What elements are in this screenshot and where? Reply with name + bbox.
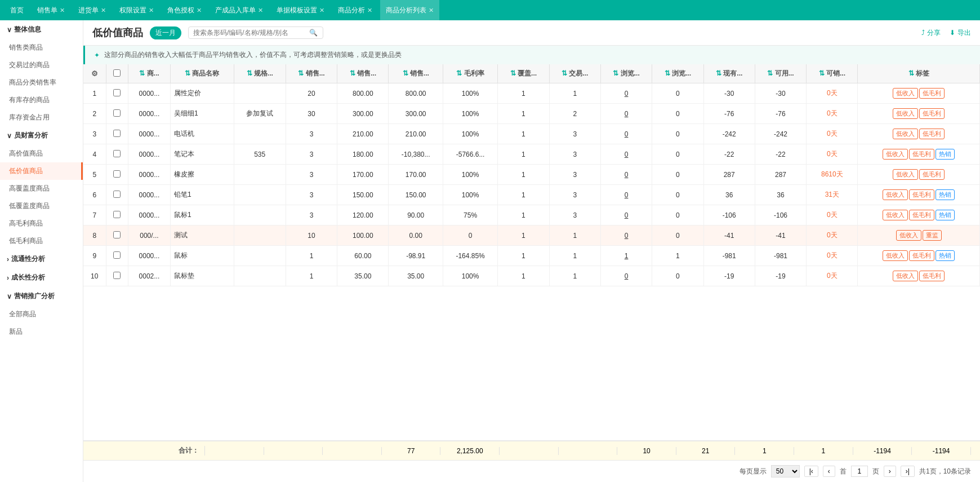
row-checkbox[interactable] xyxy=(113,211,121,218)
cell-checkbox[interactable] xyxy=(106,165,128,185)
cell-checkbox[interactable] xyxy=(106,246,128,266)
sort-icon10[interactable]: ⇅ xyxy=(613,69,618,77)
nav-product-warehouse[interactable]: 产成品入库单 ✕ xyxy=(210,0,269,20)
sidebar-item-sales-products[interactable]: 销售类商品 xyxy=(0,39,83,56)
browse1-link[interactable]: 0 xyxy=(625,110,629,118)
sidebar-item-low-coverage[interactable]: 低覆盖度商品 xyxy=(0,197,83,215)
cell-checkbox[interactable] xyxy=(106,225,128,246)
nav-product-warehouse-close[interactable]: ✕ xyxy=(258,7,263,14)
period-button[interactable]: 近一月 xyxy=(150,26,181,39)
sidebar-section-growth[interactable]: › 成长性分析 xyxy=(0,268,83,287)
nav-role[interactable]: 角色授权 ✕ xyxy=(162,0,207,20)
sidebar-item-stock-capital[interactable]: 库存资金占用 xyxy=(0,109,83,126)
nav-home[interactable]: 首页 xyxy=(5,0,29,20)
select-all-checkbox[interactable] xyxy=(113,69,121,77)
cell-browse1[interactable]: 0 xyxy=(600,205,652,225)
nav-template-close[interactable]: ✕ xyxy=(319,7,324,14)
sidebar-item-high-coverage[interactable]: 高覆盖度商品 xyxy=(0,180,83,197)
cell-browse1[interactable]: 0 xyxy=(600,165,652,185)
browse1-link[interactable]: 0 xyxy=(625,191,629,199)
first-page-button[interactable]: |‹ xyxy=(804,466,818,477)
sort-icon5[interactable]: ⇅ xyxy=(350,69,355,77)
row-checkbox[interactable] xyxy=(113,251,121,259)
cell-checkbox[interactable] xyxy=(106,205,128,225)
browse1-link[interactable]: 1 xyxy=(625,252,629,260)
sort-icon7[interactable]: ⇅ xyxy=(456,69,462,77)
sidebar-item-high-value[interactable]: 高价值商品 xyxy=(0,145,83,162)
nav-product-analysis-close[interactable]: ✕ xyxy=(367,7,372,14)
browse1-link[interactable]: 0 xyxy=(625,232,629,240)
sort-icon11[interactable]: ⇅ xyxy=(665,69,670,77)
nav-purchase[interactable]: 进货单 ✕ xyxy=(73,0,112,20)
cell-browse1[interactable]: 1 xyxy=(600,246,652,266)
sidebar-item-traded-products[interactable]: 交易过的商品 xyxy=(0,56,83,74)
row-checkbox[interactable] xyxy=(113,130,121,137)
prev-page-button[interactable]: ‹ xyxy=(823,466,835,477)
browse1-link[interactable]: 0 xyxy=(625,211,629,219)
sort-icon4[interactable]: ⇅ xyxy=(298,69,304,77)
browse1-link[interactable]: 0 xyxy=(625,171,629,179)
nav-sales[interactable]: 销售单 ✕ xyxy=(32,0,70,20)
sidebar-item-all-products[interactable]: 全部商品 xyxy=(0,306,83,323)
cell-browse1[interactable]: 0 xyxy=(600,225,652,246)
row-checkbox[interactable] xyxy=(113,109,121,117)
sort-icon6[interactable]: ⇅ xyxy=(403,69,408,77)
sort-icon[interactable]: ⇅ xyxy=(139,69,145,77)
row-checkbox[interactable] xyxy=(113,150,121,157)
export-button[interactable]: ⬇ 导出 xyxy=(950,28,971,38)
cell-browse1[interactable]: 0 xyxy=(600,83,652,104)
last-page-button[interactable]: ›| xyxy=(901,466,915,477)
nav-role-close[interactable]: ✕ xyxy=(197,7,202,14)
settings-icon[interactable]: ⚙ xyxy=(91,69,98,78)
sort-icon2[interactable]: ⇅ xyxy=(185,69,190,77)
per-page-select[interactable]: 50 100 200 xyxy=(771,465,800,477)
cell-browse1[interactable]: 0 xyxy=(600,124,652,144)
search-input[interactable] xyxy=(193,29,306,37)
sidebar-section-marketing[interactable]: ∨ 营销推广分析 xyxy=(0,287,83,306)
nav-purchase-close[interactable]: ✕ xyxy=(101,7,106,14)
cell-browse1[interactable]: 0 xyxy=(600,266,652,286)
cell-checkbox[interactable] xyxy=(106,266,128,286)
col-checkbox[interactable] xyxy=(106,64,128,83)
nav-permission-close[interactable]: ✕ xyxy=(149,7,154,14)
sort-icon14[interactable]: ⇅ xyxy=(819,69,825,77)
page-input[interactable] xyxy=(851,466,868,477)
cell-browse1[interactable]: 0 xyxy=(600,185,652,205)
row-checkbox[interactable] xyxy=(113,170,121,178)
search-icon[interactable]: 🔍 xyxy=(309,29,318,37)
cell-browse1[interactable]: 0 xyxy=(600,144,652,165)
sidebar-section-employee-wealth[interactable]: ∨ 员财富分析 xyxy=(0,126,83,145)
sort-icon9[interactable]: ⇅ xyxy=(562,69,567,77)
cell-checkbox[interactable] xyxy=(106,144,128,165)
sidebar-item-new-products[interactable]: 新品 xyxy=(0,323,83,341)
nav-template[interactable]: 单据模板设置 ✕ xyxy=(271,0,330,20)
row-checkbox[interactable] xyxy=(113,231,121,238)
sidebar-section-flow[interactable]: › 流通性分析 xyxy=(0,250,83,268)
col-settings[interactable]: ⚙ xyxy=(83,64,106,83)
cell-browse1[interactable]: 0 xyxy=(600,104,652,124)
nav-product-analysis[interactable]: 商品分析 ✕ xyxy=(332,0,378,20)
sidebar-item-low-gross[interactable]: 低毛利商品 xyxy=(0,232,83,250)
nav-permission[interactable]: 权限设置 ✕ xyxy=(114,0,159,20)
row-checkbox[interactable] xyxy=(113,191,121,198)
sort-icon3[interactable]: ⇅ xyxy=(247,69,252,77)
sidebar-item-high-gross[interactable]: 高毛利商品 xyxy=(0,215,83,232)
sidebar-section-general[interactable]: ∨ 整体信息 xyxy=(0,20,83,39)
browse1-link[interactable]: 0 xyxy=(625,151,629,158)
row-checkbox[interactable] xyxy=(113,89,121,96)
share-button[interactable]: ⤴ 分享 xyxy=(921,28,941,38)
sort-icon13[interactable]: ⇅ xyxy=(767,69,773,77)
cell-checkbox[interactable] xyxy=(106,83,128,104)
cell-checkbox[interactable] xyxy=(106,124,128,144)
sidebar-item-stocked-products[interactable]: 有库存的商品 xyxy=(0,91,83,109)
browse1-link[interactable]: 0 xyxy=(625,272,629,280)
browse1-link[interactable]: 0 xyxy=(625,90,629,98)
sidebar-item-category-sales-rate[interactable]: 商品分类销售率 xyxy=(0,74,83,91)
nav-product-analysis-list-close[interactable]: ✕ xyxy=(429,7,434,14)
nav-product-analysis-list[interactable]: 商品分析列表 ✕ xyxy=(380,0,439,20)
sidebar-item-low-value[interactable]: 低价值商品 xyxy=(0,162,83,180)
cell-checkbox[interactable] xyxy=(106,185,128,205)
nav-sales-close[interactable]: ✕ xyxy=(60,7,65,14)
sort-icon12[interactable]: ⇅ xyxy=(716,69,721,77)
row-checkbox[interactable] xyxy=(113,272,121,279)
